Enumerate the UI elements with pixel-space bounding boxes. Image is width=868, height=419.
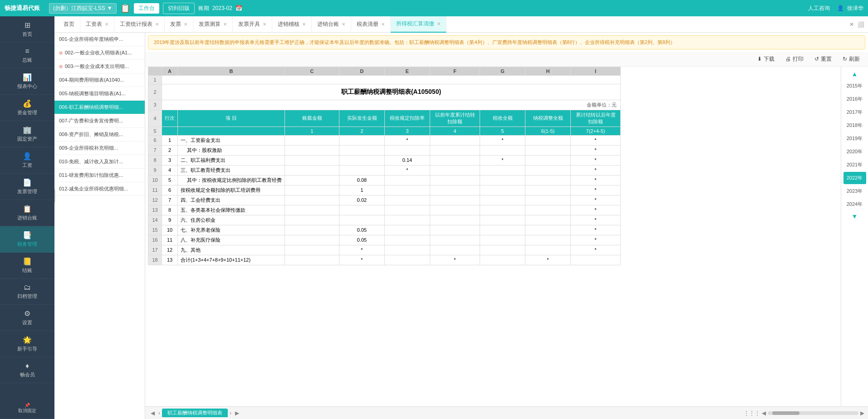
sidebar-item-funds[interactable]: 💰 资金管理	[0, 95, 54, 121]
dr8-c1[interactable]	[285, 205, 339, 215]
dr1-c5[interactable]: *	[480, 135, 525, 145]
dr6-c4[interactable]	[430, 185, 480, 195]
year-2018[interactable]: 2018年	[843, 119, 866, 132]
dr3-c7[interactable]: *	[571, 155, 621, 165]
sidebar-item-payroll[interactable]: 👤 工资	[0, 147, 54, 174]
dr10-c1[interactable]	[285, 225, 339, 235]
close-all-icon[interactable]: ✕	[849, 21, 854, 28]
year-2017[interactable]: 2017年	[843, 106, 866, 118]
dr4-c5[interactable]	[480, 165, 525, 175]
dr13-c7[interactable]	[571, 255, 621, 265]
dr10-item[interactable]: 七、补充养老保险	[178, 225, 285, 235]
bottom-tab-active[interactable]: 职工薪酬纳税调整明细表	[162, 409, 228, 417]
dr4-c2[interactable]	[339, 165, 385, 175]
year-2023[interactable]: 2023年	[843, 185, 866, 197]
dr9-c7[interactable]: *	[571, 215, 621, 225]
dr3-item[interactable]: 二、职工福利费支出	[178, 155, 285, 165]
sidebar-item-sales[interactable]: 📋 进销台账	[0, 200, 54, 226]
dr2-c7[interactable]: *	[571, 145, 621, 155]
dr5-c7[interactable]: *	[571, 175, 621, 185]
dr10-c6[interactable]	[525, 225, 571, 235]
dr10-c7[interactable]: *	[571, 225, 621, 235]
dr11-c3[interactable]	[385, 235, 430, 245]
sidebar-item-close[interactable]: 📒 结账	[0, 253, 54, 279]
bottom-prev-nav[interactable]: ‹	[158, 410, 160, 416]
dr13-c2[interactable]: *	[339, 255, 385, 265]
dr1-c4[interactable]	[430, 135, 480, 145]
close-invoice-open-icon[interactable]: ✕	[263, 22, 266, 27]
scroll-right-icon[interactable]: ▶	[860, 410, 864, 416]
dr7-c6[interactable]	[525, 195, 571, 205]
dr6-item[interactable]: 按税收规定全额扣除的职工培训费用	[178, 185, 285, 195]
dr5-c6[interactable]	[525, 175, 571, 185]
bottom-left-nav[interactable]: ◀	[151, 410, 155, 416]
dr3-c6[interactable]	[525, 155, 571, 165]
dr9-c3[interactable]	[385, 215, 430, 225]
close-payroll-stats-icon[interactable]: ✕	[155, 22, 159, 27]
dr3-c1[interactable]	[285, 155, 339, 165]
dr9-c2[interactable]	[339, 215, 385, 225]
period-edit-icon[interactable]: 📅	[235, 5, 242, 11]
dr9-c4[interactable]	[430, 215, 480, 225]
year-up-btn[interactable]: ▲	[850, 68, 860, 79]
dr7-c7[interactable]: *	[571, 195, 621, 205]
left-panel-item-003[interactable]: ⊘ 003-一般企业成本支出明细...	[54, 60, 145, 73]
dr3-c4[interactable]	[430, 155, 480, 165]
dr4-c6[interactable]	[525, 165, 571, 175]
dr1-c7[interactable]: *	[571, 135, 621, 145]
dr11-c6[interactable]	[525, 235, 571, 245]
dr10-c3[interactable]	[385, 225, 430, 235]
dr13-c3[interactable]	[385, 255, 430, 265]
dr3-c3[interactable]: 0.14	[385, 155, 430, 165]
sidebar-item-assets[interactable]: 🏢 固定资产	[0, 121, 54, 147]
dr12-c6[interactable]	[525, 245, 571, 255]
support-link[interactable]: 人工咨询	[808, 5, 830, 12]
year-2022[interactable]: 2022年	[843, 172, 866, 184]
tab-home[interactable]: 首页	[58, 16, 80, 33]
left-panel-item-010[interactable]: 010-免税、减计收入及加计...	[54, 155, 145, 169]
dr2-c2[interactable]	[339, 145, 385, 155]
sidebar-item-archive[interactable]: 🗂 归档管理	[0, 279, 54, 305]
dr4-c3[interactable]: *	[385, 165, 430, 175]
dr6-c2[interactable]: 1	[339, 185, 385, 195]
dr8-c4[interactable]	[430, 205, 480, 215]
close-invoice-calc-icon[interactable]: ✕	[223, 22, 227, 27]
dr4-c1[interactable]	[285, 165, 339, 175]
dr8-item[interactable]: 五、各类基本社会保障性缴款	[178, 205, 285, 215]
dr8-c2[interactable]	[339, 205, 385, 215]
dr9-item[interactable]: 六、住房公积金	[178, 215, 285, 225]
dr10-c5[interactable]	[480, 225, 525, 235]
dr6-c5[interactable]	[480, 185, 525, 195]
dr6-c7[interactable]: *	[571, 185, 621, 195]
dr12-c7[interactable]: *	[571, 245, 621, 255]
dr13-c4[interactable]: *	[430, 255, 480, 265]
dr13-c6[interactable]: *	[525, 255, 571, 265]
dr12-c5[interactable]	[480, 245, 525, 255]
dr8-c6[interactable]	[525, 205, 571, 215]
left-panel-item-011[interactable]: 011-研发费用加计扣除优惠...	[54, 169, 145, 182]
left-panel-item-004[interactable]: 004-期间费用明细表(A1040...	[54, 73, 145, 87]
sidebar-item-ledger[interactable]: ≡ 总账	[0, 43, 54, 68]
dr2-c3[interactable]	[385, 145, 430, 155]
dr10-c4[interactable]	[430, 225, 480, 235]
dr6-c1[interactable]	[285, 185, 339, 195]
dr11-c5[interactable]	[480, 235, 525, 245]
dr11-c7[interactable]: *	[571, 235, 621, 245]
download-btn[interactable]: ⬇ 下载	[755, 54, 777, 64]
dr2-c6[interactable]	[525, 145, 571, 155]
dr12-c4[interactable]	[430, 245, 480, 255]
dr2-c4[interactable]	[430, 145, 480, 155]
close-invoice-icon[interactable]: ✕	[184, 22, 187, 27]
expand-icon[interactable]: ⬜	[858, 21, 864, 28]
dr5-item[interactable]: 其中：按税收规定比例扣除的职工教育经费	[178, 175, 285, 185]
workbench-button[interactable]: 工作台	[134, 3, 159, 14]
dr4-c7[interactable]: *	[571, 165, 621, 175]
dr5-c1[interactable]	[285, 175, 339, 185]
tab-payroll[interactable]: 工资表 ✕	[80, 16, 114, 33]
left-panel-item-001[interactable]: 001-企业所得税年度纳税申...	[54, 33, 145, 46]
tab-purchase-ledger[interactable]: 进销台账 ✕	[312, 16, 351, 33]
dr1-c1[interactable]	[285, 135, 339, 145]
dr2-item[interactable]: 其中：股权激励	[178, 145, 285, 155]
dr1-c2[interactable]	[339, 135, 385, 145]
year-down-btn[interactable]: ▼	[850, 211, 860, 222]
